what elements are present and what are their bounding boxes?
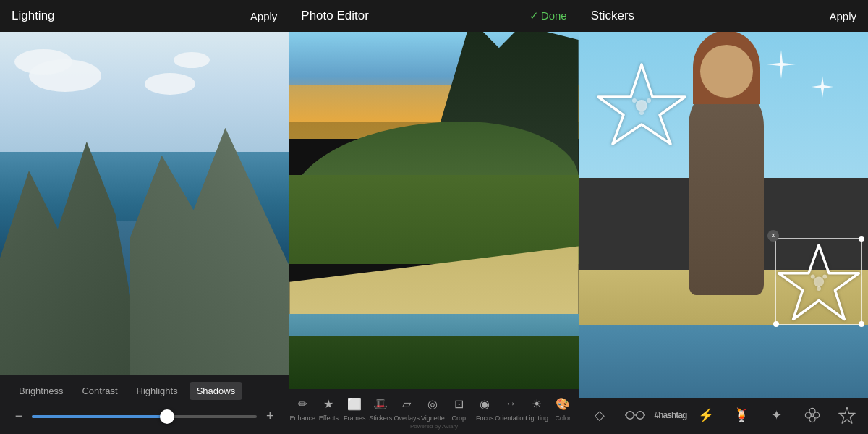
glasses-svg <box>625 410 645 420</box>
slider-fill <box>32 415 167 418</box>
beach-flowers <box>289 175 578 265</box>
tool-stickers[interactable]: 🎩 Stickers <box>367 395 393 422</box>
svg-point-11 <box>637 412 644 420</box>
sticker-icon-diamond[interactable]: ◇ <box>588 404 611 427</box>
vignette-icon: ◎ <box>424 395 441 412</box>
sticker-bg: × <box>579 32 868 398</box>
editor-toolbar: ✏ Enhance ★ Effects ⬜ Frames 🎩 Stickers … <box>289 389 578 434</box>
lighting-title: Lighting <box>12 9 55 23</box>
stickers-label: Stickers <box>369 414 392 422</box>
enhance-label: Enhance <box>290 414 316 422</box>
svg-point-7 <box>811 274 815 278</box>
fjord-image <box>0 32 289 375</box>
tab-highlights[interactable]: Highlights <box>129 382 185 400</box>
sticker-icon-flower[interactable] <box>801 404 824 427</box>
sticker-toolbar: ◇ #hashtag ⚡ 🍹 ✦ <box>579 398 868 434</box>
effects-icon: ★ <box>320 395 337 412</box>
sticker-starfish-large[interactable] <box>591 61 692 148</box>
tool-color[interactable]: 🎨 Color <box>550 395 576 422</box>
overlays-icon: ▱ <box>398 395 415 412</box>
orientation-label: Orientation <box>495 414 527 422</box>
beach-water-edge <box>289 314 578 336</box>
stickers-panel: Stickers Apply <box>579 0 868 434</box>
stickers-image-area: × <box>579 32 868 398</box>
slider-row: − + <box>12 409 277 424</box>
svg-point-9 <box>817 286 821 291</box>
photo-editor-title: Photo Editor <box>301 9 369 23</box>
sticker-icons-row: ◇ #hashtag ⚡ 🍹 ✦ <box>582 404 865 427</box>
tool-orientation[interactable]: ↔ Orientation <box>498 395 524 422</box>
flower-svg <box>804 407 821 424</box>
slider-minus[interactable]: − <box>12 409 26 424</box>
lighting-tabs: Brightness Contrast Highlights Shadows <box>12 382 277 400</box>
stickers-apply-button[interactable]: Apply <box>829 10 856 22</box>
effects-label: Effects <box>319 414 339 422</box>
sticker-container: × <box>579 32 868 398</box>
sticker-starfish-small[interactable] <box>776 239 861 324</box>
beach-foreground <box>289 336 578 389</box>
sticker-icon-drink[interactable]: 🍹 <box>730 404 753 427</box>
sticker-icon-glasses[interactable] <box>624 404 647 427</box>
beach-image <box>289 32 578 389</box>
slider-thumb[interactable] <box>160 409 174 424</box>
sticker-icon-text[interactable]: #hashtag <box>659 404 682 427</box>
crop-label: Crop <box>452 414 467 422</box>
stickers-header: Stickers Apply <box>579 0 868 32</box>
color-label: Color <box>556 414 571 422</box>
tab-contrast[interactable]: Contrast <box>75 382 124 400</box>
tool-row: ✏ Enhance ★ Effects ⬜ Frames 🎩 Stickers … <box>289 395 578 422</box>
powered-by: Powered by Aviary <box>289 423 578 430</box>
focus-icon: ◉ <box>476 395 493 412</box>
focus-label: Focus <box>476 414 494 422</box>
sparkle-svg-1 <box>767 50 796 79</box>
tab-shadows[interactable]: Shadows <box>190 382 242 400</box>
svg-point-8 <box>822 274 827 278</box>
color-icon: 🎨 <box>554 395 571 412</box>
svg-point-2 <box>632 98 637 103</box>
enhance-icon: ✏ <box>294 395 311 412</box>
svg-point-6 <box>814 276 824 286</box>
stickers-title: Stickers <box>591 9 634 23</box>
overlays-label: Overlays <box>394 414 420 422</box>
slider-plus[interactable]: + <box>263 409 277 424</box>
sticker-icon-starfish[interactable] <box>835 404 859 427</box>
svg-point-4 <box>639 111 644 115</box>
svg-point-19 <box>809 413 814 417</box>
photo-editor-header: Photo Editor ✓Done <box>289 0 578 32</box>
sparkle-svg-2 <box>812 76 833 98</box>
stickers-icon: 🎩 <box>372 395 389 412</box>
frames-label: Frames <box>344 414 366 422</box>
slider-track[interactable] <box>32 415 257 418</box>
tool-crop[interactable]: ⊡ Crop <box>446 395 472 422</box>
vignette-label: Vignette <box>421 414 445 422</box>
orientation-icon: ↔ <box>502 395 519 412</box>
tool-enhance[interactable]: ✏ Enhance <box>289 395 315 422</box>
tool-focus[interactable]: ◉ Focus <box>472 395 498 422</box>
starfish-svg-small <box>776 239 861 324</box>
beach-image-area <box>289 32 578 389</box>
sticker-icon-lightning[interactable]: ⚡ <box>694 404 718 427</box>
lighting-label: Lighting <box>526 414 549 422</box>
starfish-icon-svg <box>838 407 856 424</box>
lighting-image-area <box>0 32 289 375</box>
tab-brightness[interactable]: Brightness <box>12 382 70 400</box>
crop-icon: ⊡ <box>450 395 467 412</box>
lighting-apply-button[interactable]: Apply <box>250 10 278 22</box>
photo-editor-done-button[interactable]: ✓Done <box>529 9 567 22</box>
sticker-sparkle-2[interactable] <box>812 76 833 98</box>
cloud-3 <box>145 73 195 95</box>
tool-lighting[interactable]: ☀ Lighting <box>524 395 550 422</box>
tool-effects[interactable]: ★ Effects <box>315 395 341 422</box>
sticker-icon-sparkle[interactable]: ✦ <box>765 404 788 427</box>
starfish-svg-large <box>591 61 692 148</box>
tool-vignette[interactable]: ◎ Vignette <box>420 395 446 422</box>
tool-overlays[interactable]: ▱ Overlays <box>393 395 420 422</box>
tool-frames[interactable]: ⬜ Frames <box>341 395 367 422</box>
cloud-2 <box>14 49 72 75</box>
svg-marker-20 <box>839 407 855 423</box>
frames-icon: ⬜ <box>346 395 363 412</box>
photo-editor-panel: Photo Editor ✓Done ✏ Enhance ★ Effects <box>289 0 578 434</box>
sticker-selection-box[interactable]: × <box>775 238 862 325</box>
sticker-sparkle-1[interactable] <box>767 50 796 79</box>
lighting-icon: ☀ <box>528 395 545 412</box>
